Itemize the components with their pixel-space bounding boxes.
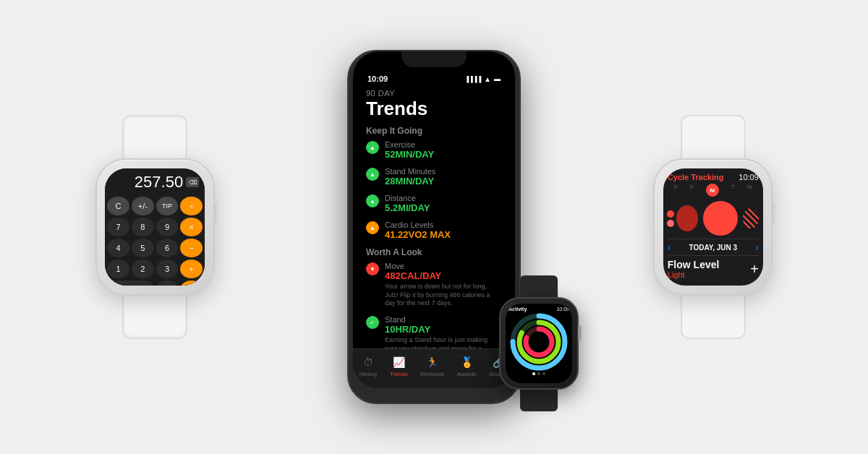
- cycle-oval-left: [676, 205, 698, 231]
- trend-desc-move: Your arrow is down but not for long, Jul…: [385, 283, 502, 308]
- cycle-circles: [667, 201, 759, 236]
- trend-name-stand2: Stand: [385, 315, 502, 324]
- activity-screen: Activity 10:09: [506, 304, 572, 383]
- calc-backspace-icon[interactable]: ⌫: [186, 177, 199, 187]
- calc-btn-1[interactable]: 1: [107, 260, 129, 278]
- watch-band-bottom: [122, 296, 187, 339]
- cycle-prev-button[interactable]: ‹: [668, 241, 671, 253]
- cycle-tracking-screen: Cycle Tracking 10:09 S S M T W: [663, 168, 763, 286]
- iphone-tab-bar: ⏱ History 📈 Trends 🏃 Workouts 🏅 Awards: [353, 348, 515, 388]
- trend-icon-move: ▼: [366, 262, 379, 275]
- cycle-big-circle: [703, 201, 738, 236]
- workouts-icon: 🏃: [425, 355, 440, 369]
- cycle-visual-row: [668, 201, 759, 236]
- cycle-flow-info: Flow Level Light: [668, 259, 720, 279]
- trends-icon: 📈: [391, 355, 406, 369]
- main-scene: 257.50 ⌫ C +/- TIP ÷ 7 8 9 × 4 5: [0, 0, 868, 454]
- watch-crown-left: [214, 203, 219, 223]
- status-time: 10:09: [367, 74, 388, 83]
- watch-small-crown: [578, 326, 582, 340]
- watch-small-band-top: [520, 275, 558, 297]
- calc-btn-dot[interactable]: .: [156, 280, 179, 286]
- calc-btn-plusminus[interactable]: +/-: [132, 197, 154, 215]
- trend-item-distance: ▲ Distance 5.2MI/DAY: [366, 194, 502, 213]
- cycle-flow-label: Flow Level: [668, 259, 720, 270]
- watch-calculator: 257.50 ⌫ C +/- TIP ÷ 7 8 9 × 4 5: [95, 115, 215, 339]
- calc-btn-2[interactable]: 2: [132, 260, 154, 278]
- tab-workouts[interactable]: 🏃 Workouts: [420, 355, 445, 377]
- trend-icon-cardio: ▲: [366, 221, 379, 234]
- cycle-circle-small-2: [667, 220, 674, 227]
- cycle-flow-value: Light: [668, 270, 720, 279]
- calc-btn-tip[interactable]: TIP: [156, 197, 179, 215]
- calc-btn-divide[interactable]: ÷: [180, 197, 203, 215]
- watch-right-crown: [772, 203, 777, 223]
- activity-title: Activity: [509, 307, 527, 312]
- tab-awards[interactable]: 🏅 Awards: [457, 355, 477, 377]
- calc-btn-8[interactable]: 8: [132, 218, 154, 236]
- watch-body-left: 257.50 ⌫ C +/- TIP ÷ 7 8 9 × 4 5: [95, 158, 215, 296]
- trends-title: Trends: [366, 98, 502, 120]
- activity-time: 10:09: [556, 307, 569, 312]
- dot-3: [542, 372, 545, 375]
- trend-item-stand: ▲ Stand Minutes 28MIN/DAY: [366, 167, 502, 187]
- trend-value-distance: 5.2MI/DAY: [385, 202, 430, 213]
- cycle-title: Cycle Tracking: [668, 173, 724, 181]
- status-bar: 10:09 ▐▐▐▐ ▲ ▬: [353, 67, 515, 83]
- calc-btn-minus[interactable]: −: [180, 239, 203, 257]
- watch-right-band-top: [681, 115, 746, 158]
- trend-icon-distance: ▲: [366, 194, 379, 207]
- cycle-circle-small-1: [667, 210, 674, 218]
- cycle-small-circles-left: [667, 210, 674, 227]
- trend-value-exercise: 52MIN/DAY: [385, 149, 434, 160]
- watch-screen-calculator: 257.50 ⌫ C +/- TIP ÷ 7 8 9 × 4 5: [105, 168, 205, 286]
- dot-1: [532, 372, 535, 375]
- calc-btn-7[interactable]: 7: [107, 218, 129, 236]
- cycle-date-row: ‹ TODAY, JUN 3 ›: [668, 239, 759, 256]
- iphone-screen: 10:09 ▐▐▐▐ ▲ ▬ 90 DAY Trends Keep It Goi…: [353, 51, 515, 388]
- cycle-add-button[interactable]: +: [750, 261, 759, 278]
- trend-icon-stand2: ✓: [366, 316, 379, 329]
- history-icon: ⏱: [361, 355, 375, 369]
- trend-name-distance: Distance: [385, 194, 430, 202]
- calc-btn-6[interactable]: 6: [156, 239, 179, 257]
- activity-rings: [509, 313, 569, 371]
- calc-btn-plus[interactable]: +: [180, 260, 203, 278]
- iphone-body: 10:09 ▐▐▐▐ ▲ ▬ 90 DAY Trends Keep It Goi…: [347, 50, 521, 404]
- calc-btn-0[interactable]: 0: [107, 280, 154, 286]
- trend-value-cardio: 41.22VO2 MAX: [385, 229, 451, 240]
- battery-icon: ▬: [494, 75, 501, 82]
- calc-btn-5[interactable]: 5: [132, 239, 154, 257]
- iphone: 10:09 ▐▐▐▐ ▲ ▬ 90 DAY Trends Keep It Goi…: [347, 50, 521, 404]
- cycle-day-s2: S: [690, 184, 694, 197]
- calc-btn-c[interactable]: C: [107, 197, 129, 215]
- calc-display: 257.50 ⌫: [105, 168, 205, 194]
- calc-btn-4[interactable]: 4: [107, 239, 129, 257]
- tab-workouts-label: Workouts: [420, 371, 445, 377]
- calc-number: 257.50: [111, 173, 183, 192]
- watch-right-band-bottom: [681, 296, 746, 339]
- cycle-flow-row: Flow Level Light +: [668, 259, 759, 279]
- cycle-next-button[interactable]: ›: [755, 241, 759, 253]
- cycle-day-w: W: [747, 184, 753, 197]
- tab-awards-label: Awards: [457, 371, 477, 377]
- trend-name-stand: Stand Minutes: [385, 167, 435, 176]
- trend-value-stand: 28MIN/DAY: [385, 176, 435, 187]
- awards-icon: 🏅: [459, 355, 474, 369]
- tab-history[interactable]: ⏱ History: [359, 355, 378, 377]
- activity-rings-svg: [510, 313, 568, 371]
- calc-btn-equals[interactable]: =: [180, 280, 203, 286]
- iphone-content: 90 DAY Trends Keep It Going ▲ Exercise 5…: [353, 83, 515, 362]
- calc-btn-3[interactable]: 3: [156, 260, 179, 278]
- calc-btn-9[interactable]: 9: [156, 218, 179, 236]
- tab-trends[interactable]: 📈 Trends: [390, 355, 408, 377]
- calc-btn-multiply[interactable]: ×: [180, 218, 203, 236]
- trend-value-stand2: 10HR/DAY: [385, 324, 502, 335]
- cycle-header: Cycle Tracking 10:09: [668, 173, 759, 181]
- keep-going-header: Keep It Going: [366, 126, 502, 136]
- wifi-icon: ▲: [484, 75, 491, 83]
- trend-icon-exercise: ▲: [366, 141, 379, 154]
- cycle-date: TODAY, JUN 3: [689, 244, 737, 252]
- watch-cycle: Cycle Tracking 10:09 S S M T W: [653, 115, 773, 339]
- cycle-day-m: M: [706, 184, 719, 197]
